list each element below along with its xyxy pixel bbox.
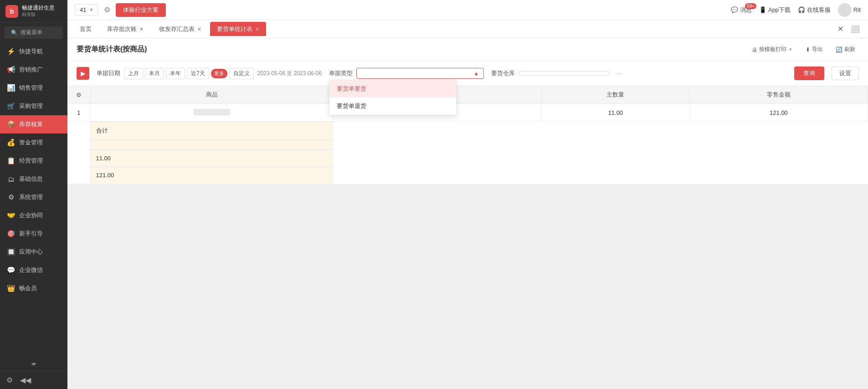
system-icon: ⚙ [6, 193, 15, 202]
company-selector[interactable]: 41 ▼ [75, 4, 98, 15]
tab-receive-summary-close[interactable]: ✕ [197, 26, 201, 32]
warehouse-more-icon[interactable]: ··· [613, 68, 623, 78]
dropdown-item-order-return[interactable]: 要货单退货 [329, 97, 456, 115]
refresh-icon: 🔄 [836, 46, 842, 53]
sidebar-search-btn[interactable]: 🔍 搜索菜单 [5, 26, 63, 39]
type-filter-label: 单据类型 [329, 69, 353, 77]
row-index: 1 [67, 104, 90, 122]
search-icon: 🔍 [11, 30, 18, 36]
table-footer-row: 合计 11.00 121.00 [67, 122, 868, 184]
sidebar-item-system[interactable]: ⚙ 系统管理 [0, 188, 67, 206]
tab-receive-summary[interactable]: 收发存汇总表 ✕ [152, 22, 208, 36]
user-avatar-area[interactable]: Rit [838, 3, 861, 17]
settings-icon[interactable]: ⚙ [6, 376, 13, 384]
refresh-btn[interactable]: 🔄 刷新 [832, 44, 859, 55]
table-gear-icon[interactable]: ⚙ [76, 92, 82, 98]
date-btn-this-year[interactable]: 本年 [166, 68, 185, 79]
row-amount: 121.00 [689, 104, 868, 122]
sidebar-item-label: 基础信息 [19, 175, 43, 183]
app-download-item[interactable]: 📱 App下载 [759, 6, 791, 14]
sidebar-item-inventory[interactable]: 📦 库存核算 [0, 115, 67, 133]
expand-icon: ▶ [81, 70, 86, 77]
collapse-icon[interactable]: ◀◀ [20, 376, 31, 384]
warehouse-select-input[interactable] [519, 71, 610, 76]
tab-batch-account-close[interactable]: ✕ [139, 26, 144, 32]
sidebar-item-basic[interactable]: 🗂 基础信息 [0, 170, 67, 188]
col-gear: ⚙ [67, 86, 90, 104]
sidebar-item-label: 采购管理 [19, 102, 43, 110]
sidebar-item-sales[interactable]: 📊 销售管理 [0, 79, 67, 97]
header-gear-icon[interactable]: ⚙ [104, 5, 110, 14]
set-btn[interactable]: 设置 [832, 67, 859, 80]
finance-icon: 💰 [6, 138, 15, 147]
sidebar-item-operations[interactable]: 📋 经营管理 [0, 152, 67, 170]
tab-order-summary[interactable]: 要货单统计表 ✕ [210, 22, 266, 36]
row-product [90, 104, 333, 122]
tabs-bar: 首页 库存批次账 ✕ 收发存汇总表 ✕ 要货单统计表 ✕ ✕ ⬜ [67, 20, 868, 38]
tabs-close-icon[interactable]: ✕ [835, 24, 846, 34]
app-download-label: App下载 [768, 6, 791, 14]
table-body: 1 块 11.00 121.00 [67, 104, 868, 122]
date-btn-more[interactable]: 更多 [211, 69, 227, 78]
date-btn-last-month[interactable]: 上月 [124, 68, 143, 79]
tab-batch-account[interactable]: 库存批次账 ✕ [100, 22, 150, 36]
tabs-expand-icon[interactable]: ⬜ [848, 24, 863, 34]
sidebar-item-label: 企业协同 [19, 211, 43, 220]
query-btn[interactable]: 查询 [794, 67, 824, 80]
sidebar-scroll-down[interactable] [0, 358, 67, 371]
date-range-text: 2023-05-06 至 2023-06-06 [257, 70, 322, 77]
tab-home[interactable]: 首页 [73, 22, 98, 36]
online-service-label: 在线客服 [807, 6, 831, 14]
sidebar-item-guide[interactable]: 🎯 新手引导 [0, 225, 67, 243]
messages-item[interactable]: 💬 消息 99+ [731, 6, 752, 14]
type-select-arrow-icon: ▲ [473, 70, 479, 77]
date-btn-this-month[interactable]: 本月 [145, 68, 164, 79]
app-logo-text: 畅捷通好生意 标准版 [22, 5, 55, 18]
app-center-icon: 🔲 [6, 247, 15, 256]
filter-date-group: 单据日期 上月 本月 本年 近7天 更多 自定义 2023-05-06 至 20… [97, 68, 322, 79]
export-btn[interactable]: ⬇ 导出 [802, 44, 827, 55]
sidebar-item-enterprise-wechat[interactable]: 💬 企业微信 [0, 261, 67, 279]
print-template-btn[interactable]: 🖨 按模板打印 ▼ [748, 44, 796, 55]
operations-icon: 📋 [6, 156, 15, 165]
sidebar: b 畅捷通好生意 标准版 🔍 搜索菜单 ⚡ 快捷导航 📢 营销推广 📊 销售管理… [0, 0, 67, 389]
filter-bar: ▶ 单据日期 上月 本月 本年 近7天 更多 自定义 2023-05-06 至 … [67, 61, 868, 86]
dropdown-item-order-goods[interactable]: 要货单要货 [329, 80, 456, 97]
tab-order-summary-close[interactable]: ✕ [255, 26, 259, 32]
sidebar-item-purchase[interactable]: 🛒 采购管理 [0, 97, 67, 115]
print-icon: 🖨 [752, 46, 757, 53]
sidebar-item-marketing[interactable]: 📢 营销推广 [0, 61, 67, 79]
footer-amount: 121.00 [91, 167, 334, 184]
page-header: 要货单统计表(按商品) 🖨 按模板打印 ▼ ⬇ 导出 🔄 刷新 [67, 38, 868, 61]
export-icon: ⬇ [806, 46, 810, 53]
date-btn-last-7-days[interactable]: 近7天 [187, 68, 209, 79]
sidebar-item-enterprise[interactable]: 🤝 企业协同 [0, 206, 67, 225]
footer-unit-empty [91, 140, 334, 150]
quick-nav-icon: ⚡ [6, 47, 15, 56]
col-quantity: 主数量 [541, 86, 689, 104]
data-table: ⚙ 商品 主计量单位 主数量 零 [67, 86, 868, 184]
sidebar-item-finance[interactable]: 💰 资金管理 [0, 133, 67, 152]
app-logo-icon: b [5, 5, 18, 18]
selector-value: 41 [80, 6, 86, 13]
page-title: 要货单统计表(按商品) [77, 45, 147, 54]
type-select-input[interactable]: ▲ [356, 68, 484, 79]
sidebar-item-label: 畅会员 [19, 284, 37, 292]
online-service-item[interactable]: 🎧 在线客服 [798, 6, 831, 14]
tab-order-summary-label: 要货单统计表 [217, 25, 252, 33]
sidebar-item-quick-nav[interactable]: ⚡ 快捷导航 [0, 42, 67, 61]
basic-icon: 🗂 [6, 174, 15, 184]
row-quantity: 11.00 [541, 104, 689, 122]
user-name: Rit [853, 6, 861, 13]
print-arrow-icon: ▼ [788, 47, 793, 52]
sidebar-item-label: 资金管理 [19, 138, 43, 147]
sidebar-item-label: 经营管理 [19, 157, 43, 165]
sidebar-item-member[interactable]: 👑 畅会员 [0, 279, 67, 297]
sidebar-footer: ⚙ ◀◀ [0, 371, 67, 389]
date-btn-custom[interactable]: 自定义 [229, 68, 254, 79]
page-actions: 🖨 按模板打印 ▼ ⬇ 导出 🔄 刷新 [748, 44, 859, 55]
sidebar-item-app-center[interactable]: 🔲 应用中心 [0, 243, 67, 261]
header-left: 41 ▼ ⚙ 体验行业方案 [75, 3, 166, 17]
filter-expand-btn[interactable]: ▶ [77, 67, 89, 80]
trial-btn[interactable]: 体验行业方案 [116, 3, 166, 17]
